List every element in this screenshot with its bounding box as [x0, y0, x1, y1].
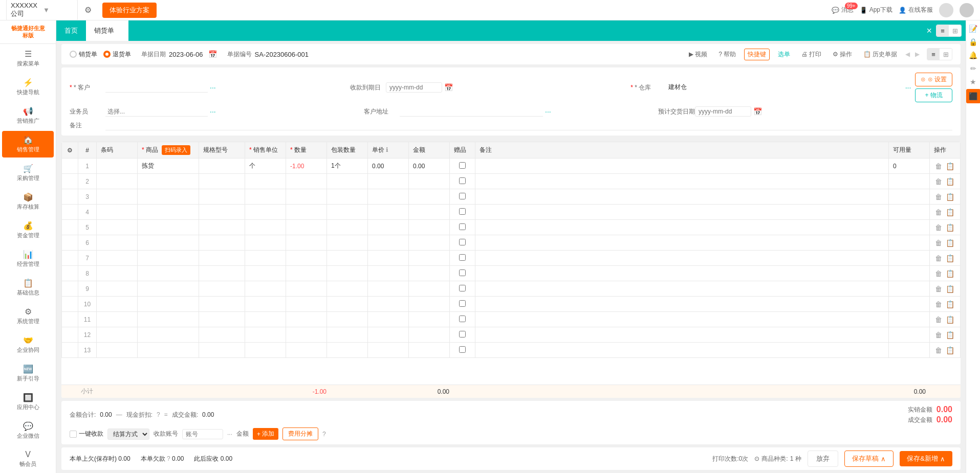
- gift-checkbox-2[interactable]: [459, 193, 466, 199]
- row-barcode-11[interactable]: [97, 327, 138, 343]
- expense-btn[interactable]: 费用分摊: [282, 427, 318, 440]
- message-btn[interactable]: 💬 消息 99+: [832, 6, 854, 14]
- row-gift-9[interactable]: [450, 297, 475, 312]
- gift-checkbox-1[interactable]: [459, 177, 466, 184]
- row-amount-0[interactable]: 0.00: [409, 159, 450, 174]
- row-unit-9[interactable]: [245, 297, 286, 312]
- row-copy-icon-10[interactable]: 📋: [946, 316, 954, 324]
- row-amount-2[interactable]: [409, 189, 450, 205]
- gift-checkbox-4[interactable]: [459, 223, 466, 230]
- row-copy-icon-6[interactable]: 📋: [946, 254, 954, 262]
- inner-grid-view-btn[interactable]: ⊞: [940, 49, 952, 60]
- row-gift-12[interactable]: [450, 343, 475, 358]
- row-remark-4[interactable]: [475, 220, 889, 235]
- history-btn[interactable]: 📋 历史单据: [860, 49, 900, 60]
- gift-checkbox-8[interactable]: [459, 285, 466, 291]
- sidebar-item-marketing[interactable]: 📢 营销推广: [2, 102, 54, 129]
- row-qty-7[interactable]: [286, 266, 327, 281]
- sidebar-item-basic[interactable]: 📋 基础信息: [2, 274, 54, 301]
- row-price-2[interactable]: [368, 189, 409, 205]
- row-copy-icon-7[interactable]: 📋: [946, 269, 954, 278]
- row-remark-1[interactable]: [475, 174, 889, 189]
- add-btn[interactable]: + 添加: [253, 428, 278, 440]
- row-price-8[interactable]: [368, 281, 409, 297]
- sidebar-item-inventory[interactable]: 📦 库存核算: [2, 188, 54, 215]
- gift-checkbox-6[interactable]: [459, 254, 466, 261]
- row-spec-8[interactable]: [199, 281, 245, 297]
- row-gift-5[interactable]: [450, 235, 475, 251]
- row-barcode-4[interactable]: [97, 220, 138, 235]
- row-product-0[interactable]: 拣货: [138, 159, 199, 174]
- row-barcode-12[interactable]: [97, 343, 138, 358]
- row-spec-11[interactable]: [199, 327, 245, 343]
- row-spec-0[interactable]: [199, 159, 245, 174]
- scan-btn[interactable]: 扫码录入: [162, 145, 190, 155]
- abandon-btn[interactable]: 放弃: [808, 451, 838, 467]
- row-price-9[interactable]: [368, 297, 409, 312]
- row-spec-10[interactable]: [199, 312, 245, 327]
- row-copy-icon-12[interactable]: 📋: [946, 346, 954, 354]
- salesperson-input[interactable]: [105, 107, 208, 117]
- nav-prev-icon[interactable]: ◀: [905, 51, 910, 58]
- row-barcode-5[interactable]: [97, 235, 138, 251]
- tab-sales-order[interactable]: 销货单 ×: [86, 20, 128, 41]
- row-product-9[interactable]: [138, 297, 199, 312]
- row-qty-1[interactable]: [286, 174, 327, 189]
- row-unit-5[interactable]: [245, 235, 286, 251]
- row-delete-icon-12[interactable]: 🗑: [935, 346, 942, 354]
- row-amount-10[interactable]: [409, 312, 450, 327]
- row-qty-10[interactable]: [286, 312, 327, 327]
- row-remark-5[interactable]: [475, 235, 889, 251]
- row-pkgqty-9[interactable]: [327, 297, 368, 312]
- row-pkgqty-1[interactable]: [327, 174, 368, 189]
- date-picker-icon[interactable]: 📅: [208, 50, 217, 58]
- trial-btn[interactable]: 体验行业方案: [102, 3, 157, 18]
- flow-btn[interactable]: + 物流: [915, 88, 952, 102]
- select-btn[interactable]: 选单: [775, 49, 793, 60]
- row-product-10[interactable]: [138, 312, 199, 327]
- right-tool-6[interactable]: ⬛: [966, 89, 981, 103]
- row-product-12[interactable]: [138, 343, 199, 358]
- one-click-checkbox[interactable]: [70, 431, 77, 438]
- sidebar-item-purchase[interactable]: 🛒 采购管理: [2, 160, 54, 186]
- row-gift-7[interactable]: [450, 266, 475, 281]
- row-copy-icon-9[interactable]: 📋: [946, 300, 954, 308]
- row-pkgqty-10[interactable]: [327, 312, 368, 327]
- row-delete-icon-10[interactable]: 🗑: [935, 316, 942, 324]
- row-copy-icon-2[interactable]: 📋: [946, 193, 954, 201]
- right-tool-1[interactable]: 📝: [967, 22, 979, 35]
- row-remark-12[interactable]: [475, 343, 889, 358]
- right-tool-3[interactable]: 🔔: [967, 49, 979, 61]
- row-amount-3[interactable]: [409, 205, 450, 220]
- gift-checkbox-12[interactable]: [459, 346, 466, 353]
- row-qty-11[interactable]: [286, 327, 327, 343]
- grid-view-btn[interactable]: ⊞: [949, 25, 961, 36]
- right-tool-2[interactable]: 🔒: [967, 36, 979, 48]
- th-gear[interactable]: ⚙: [62, 142, 78, 159]
- row-price-6[interactable]: [368, 251, 409, 266]
- gift-checkbox-9[interactable]: [459, 300, 466, 307]
- row-pkgqty-8[interactable]: [327, 281, 368, 297]
- row-pkgqty-7[interactable]: [327, 266, 368, 281]
- row-pkgqty-12[interactable]: [327, 343, 368, 358]
- row-product-8[interactable]: [138, 281, 199, 297]
- print-btn[interactable]: 🖨 打印: [798, 49, 824, 60]
- right-tool-5[interactable]: ★: [967, 76, 979, 88]
- row-copy-icon-4[interactable]: 📋: [946, 223, 954, 232]
- row-qty-12[interactable]: [286, 343, 327, 358]
- warehouse-dots-icon[interactable]: ···: [905, 83, 911, 92]
- row-product-6[interactable]: [138, 251, 199, 266]
- inner-list-view-btn[interactable]: ≡: [927, 49, 940, 60]
- row-unit-6[interactable]: [245, 251, 286, 266]
- row-gift-6[interactable]: [450, 251, 475, 266]
- row-copy-icon-5[interactable]: 📋: [946, 239, 954, 247]
- row-amount-4[interactable]: [409, 220, 450, 235]
- gift-checkbox-7[interactable]: [459, 269, 466, 276]
- salesperson-dots-icon[interactable]: ···: [210, 107, 216, 116]
- sidebar-item-finance[interactable]: 💰 资金管理: [2, 217, 54, 243]
- row-pkgqty-2[interactable]: [327, 189, 368, 205]
- row-unit-7[interactable]: [245, 266, 286, 281]
- row-copy-icon-11[interactable]: 📋: [946, 331, 954, 339]
- sidebar-item-system[interactable]: ⚙ 系统管理: [2, 303, 54, 329]
- row-qty-3[interactable]: [286, 205, 327, 220]
